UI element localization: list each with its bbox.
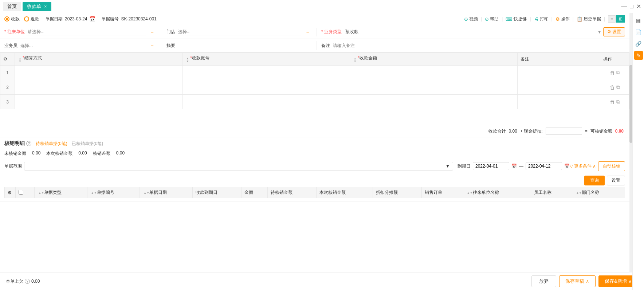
sales-order-header: 销售订单	[422, 187, 463, 198]
auto-offset-button[interactable]: 自动核销	[598, 161, 625, 171]
amount-cell-1[interactable]	[350, 66, 517, 80]
date-to-input[interactable]	[526, 162, 562, 170]
table-settings-header[interactable]: ⚙	[0, 53, 15, 66]
close-window-button[interactable]: ✕	[636, 3, 641, 10]
verify-header: 核销明细 ? 待核销单据(0笔) 已核销单据(0笔)	[4, 140, 625, 147]
keyboard-icon: ⌨	[506, 16, 513, 22]
more-conditions-label: 更多条件	[574, 163, 592, 169]
business-type-field: * 业务类型 预收款 ▼ ⚙ 设置	[321, 27, 625, 36]
print-action[interactable]: 🖨 打印	[534, 16, 549, 22]
counterpart-label: * 往来单位	[4, 29, 25, 35]
select-all-checkbox[interactable]	[19, 190, 23, 195]
table-row: 3 🗑 ⧉	[0, 95, 629, 109]
maximize-button[interactable]: □	[630, 3, 633, 10]
scrollbar-thumb[interactable]	[629, 65, 632, 143]
active-tab[interactable]: 收款单 ×	[23, 2, 51, 11]
verified-tab[interactable]: 已核销单据(0笔)	[72, 141, 103, 147]
list-view-btn[interactable]: ≡	[608, 15, 616, 23]
grid-view-btn[interactable]: ⊞	[616, 15, 625, 23]
home-tab[interactable]: 首页	[3, 2, 21, 11]
save-draft-button[interactable]: 保存草稿 ∧	[559, 275, 596, 287]
salesperson-more-btn[interactable]: ···	[151, 43, 154, 48]
account-cell-2[interactable]	[182, 80, 350, 95]
account-cell-3[interactable]	[182, 95, 350, 109]
sidebar-link-icon[interactable]: 🔗	[634, 39, 643, 48]
verification-table: ⚙ ▲▼单据类型 ▲▼单据编号 ▲▼单据日期	[4, 187, 625, 198]
calendar-icon[interactable]: 📅	[89, 16, 95, 22]
copy-row-3-icon[interactable]: ⧉	[616, 99, 620, 105]
bottom-info-icon[interactable]: ?	[25, 279, 30, 284]
store-input[interactable]	[177, 28, 301, 35]
more-conditions-btn[interactable]: ▽ 更多条件 ∧	[570, 161, 596, 171]
sidebar-edit-icon[interactable]: ✎	[634, 51, 643, 60]
delete-row-2-icon[interactable]: 🗑	[610, 85, 615, 90]
history-icon: 📋	[577, 16, 582, 22]
abandon-button[interactable]: 放弃	[531, 275, 556, 287]
remarks-cell-3[interactable]	[517, 95, 600, 109]
minimize-button[interactable]: —	[621, 3, 627, 10]
save-draft-label: 保存草稿	[565, 278, 584, 285]
filter-row: 单据范围 ▼ 到期日 📅 — 📅	[4, 160, 570, 173]
save-new-label: 保存&新增	[605, 278, 627, 285]
receipt-type-radio-group: 收款 退款	[4, 16, 39, 22]
date-from-input[interactable]	[473, 162, 509, 170]
search-button[interactable]: 查询	[584, 176, 605, 185]
calendar-from-icon[interactable]: 📅	[511, 164, 517, 169]
payment-method-cell-3[interactable]	[15, 95, 182, 109]
close-tab-icon[interactable]: ×	[44, 4, 47, 9]
remarks-input[interactable]	[331, 42, 625, 49]
settings-bottom-icon[interactable]: ⚙	[8, 190, 12, 195]
diff-value: 0.00	[116, 150, 125, 157]
copy-row-2-icon[interactable]: ⧉	[616, 84, 620, 90]
remarks-cell-2[interactable]	[517, 80, 600, 95]
operation-action[interactable]: ⚙ 操作	[555, 16, 570, 22]
radio-refund[interactable]: 退款	[24, 16, 39, 22]
pending-tab[interactable]: 待核销单据(0笔)	[36, 141, 67, 147]
scrollbar[interactable]	[629, 13, 632, 273]
salesperson-input[interactable]	[19, 42, 146, 49]
sort-icon: ▲▼	[576, 192, 582, 195]
sort-icon3: ▲▼	[354, 57, 357, 63]
remarks-header: 备注	[517, 53, 600, 66]
history-action[interactable]: 📋 历史单据	[577, 16, 601, 22]
account-cell-1[interactable]	[182, 66, 350, 80]
delete-row-3-icon[interactable]: 🗑	[610, 99, 615, 105]
remarks-cell-1[interactable]	[517, 66, 600, 80]
verify-info-icon[interactable]: ?	[26, 141, 31, 146]
account-header: ▲▼ *收款账号	[182, 53, 350, 66]
shortcut-action[interactable]: ⌨ 快捷键	[506, 16, 527, 22]
summary-input[interactable]	[177, 42, 312, 49]
actions-cell-2: 🗑 ⧉	[600, 80, 629, 95]
data-table-area: ⚙ ▲▼ *结算方式 ▲▼ *收款账号 ▲▼ *收款金额 备注 操作	[0, 52, 629, 125]
equals-label: =	[585, 129, 588, 134]
settings-button[interactable]: ⚙ 设置	[603, 27, 625, 36]
radio-receipt[interactable]: 收款	[4, 16, 20, 22]
video-action[interactable]: ⊙ 视频	[464, 16, 478, 22]
range-select[interactable]: ▼	[24, 162, 453, 171]
payment-method-cell-2[interactable]	[15, 80, 182, 95]
help-action[interactable]: ⊙ 帮助	[485, 16, 499, 22]
delete-row-1-icon[interactable]: 🗑	[610, 70, 615, 76]
amount-cell-2[interactable]	[350, 80, 517, 95]
amount-header-b: 金额	[242, 187, 268, 198]
toolbar-right-actions: ⊙ 视频 | ⊙ 帮助 | ⌨ 快捷键 | 🖨 打印 | ⚙ 操作	[464, 15, 625, 23]
business-type-dropdown-icon[interactable]: ▼	[597, 30, 602, 35]
window-controls: — □ ✕	[621, 3, 641, 10]
payment-method-cell-1[interactable]	[15, 66, 182, 80]
verification-section: 核销明细 ? 待核销单据(0笔) 已核销单据(0笔) 未核销金额 0.00 本次…	[0, 137, 629, 201]
amount-cell-3[interactable]	[350, 95, 517, 109]
radio-refund-dot	[24, 16, 29, 21]
copy-row-1-icon[interactable]: ⧉	[616, 70, 620, 76]
discount-input[interactable]	[546, 128, 582, 135]
store-more-btn[interactable]: ···	[306, 30, 309, 35]
sort-icon: ▲▼	[91, 192, 97, 195]
verify-settings-button[interactable]: 设置	[607, 176, 625, 185]
calendar-to-icon[interactable]: 📅	[564, 164, 570, 169]
filter-icon: ▽	[570, 164, 573, 169]
history-label: 历史单据	[584, 16, 601, 22]
counterpart-input[interactable]	[26, 28, 146, 35]
dept-header: ▲▼部门名称	[572, 187, 625, 198]
sidebar-doc-icon[interactable]: 📄	[634, 28, 643, 36]
sidebar-table-icon[interactable]: ▦	[634, 16, 643, 25]
counterpart-more-btn[interactable]: ···	[151, 30, 154, 35]
